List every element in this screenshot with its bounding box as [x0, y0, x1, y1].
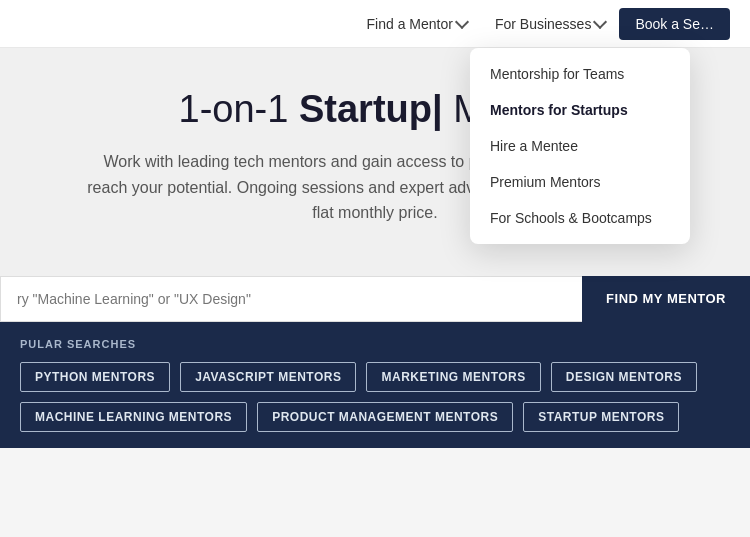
nav-find-mentor-label: Find a Mentor	[367, 16, 453, 32]
popular-searches-section: PULAR SEARCHES PYTHON MENTORS JAVASCRIPT…	[0, 322, 750, 448]
find-mentor-button[interactable]: FIND MY MENTOR	[582, 276, 750, 322]
tag-design-mentors[interactable]: DESIGN MENTORS	[551, 362, 697, 392]
chevron-down-icon	[455, 15, 469, 29]
dropdown-item-premium-mentors[interactable]: Premium Mentors	[470, 164, 690, 200]
dropdown-item-schools-bootcamps[interactable]: For Schools & Bootcamps	[470, 200, 690, 236]
dropdown-item-mentors-startups[interactable]: Mentors for Startups	[470, 92, 690, 128]
search-bar: FIND MY MENTOR	[0, 276, 750, 322]
dropdown-item-mentorship-teams[interactable]: Mentorship for Teams	[470, 56, 690, 92]
tag-javascript-mentors[interactable]: JAVASCRIPT MENTORS	[180, 362, 356, 392]
tag-product-management-mentors[interactable]: PRODUCT MANAGEMENT MENTORS	[257, 402, 513, 432]
tag-python-mentors[interactable]: PYTHON MENTORS	[20, 362, 170, 392]
tag-machine-learning-mentors[interactable]: MACHINE LEARNING MENTORS	[20, 402, 247, 432]
nav-for-businesses[interactable]: For Businesses	[481, 0, 619, 47]
search-input[interactable]	[0, 276, 582, 322]
hero-title-bold: Startup|	[299, 88, 443, 130]
navbar: Find a Mentor For Businesses Book a Se…	[0, 0, 750, 48]
tag-marketing-mentors[interactable]: MARKETING MENTORS	[366, 362, 540, 392]
popular-tags-container: PYTHON MENTORS JAVASCRIPT MENTORS MARKET…	[20, 362, 730, 432]
nav-for-businesses-label: For Businesses	[495, 16, 591, 32]
search-section: FIND MY MENTOR	[0, 256, 750, 322]
chevron-down-icon	[593, 15, 607, 29]
popular-searches-label: PULAR SEARCHES	[20, 338, 730, 350]
nav-find-mentor[interactable]: Find a Mentor	[353, 0, 481, 47]
dropdown-item-hire-mentee[interactable]: Hire a Mentee	[470, 128, 690, 164]
for-businesses-dropdown: Mentorship for Teams Mentors for Startup…	[470, 48, 690, 244]
tag-startup-mentors[interactable]: STARTUP MENTORS	[523, 402, 679, 432]
hero-title-plain: 1-on-1	[179, 88, 299, 130]
nav-book-session[interactable]: Book a Se…	[619, 8, 730, 40]
